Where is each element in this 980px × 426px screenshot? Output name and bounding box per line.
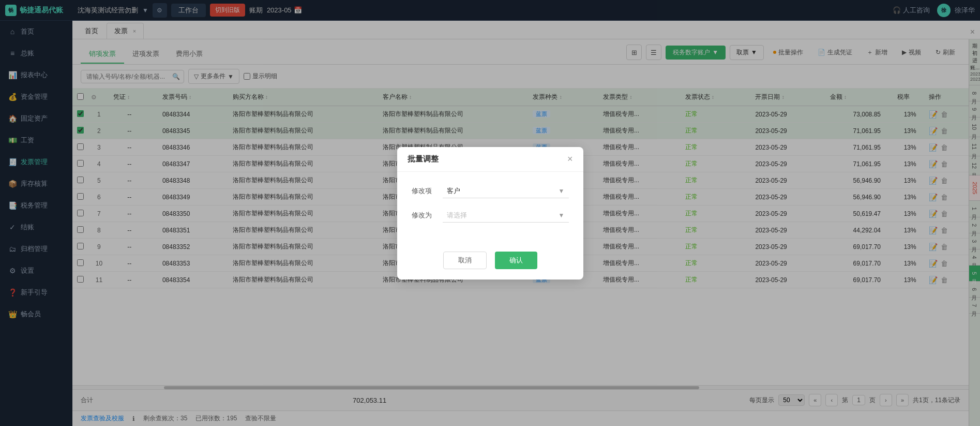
modify-item-select[interactable]: 客户 ▼ (443, 184, 569, 198)
modify-item-label: 修改项 (412, 186, 443, 196)
cancel-btn[interactable]: 取消 (443, 252, 487, 269)
modal-body: 修改项 客户 ▼ 修改为 请选择 ▼ (397, 172, 583, 245)
batch-adjust-modal: 批量调整 × 修改项 客户 ▼ 修改为 请选择 ▼ (397, 147, 583, 280)
modal-overlay[interactable]: 批量调整 × 修改项 客户 ▼ 修改为 请选择 ▼ (0, 0, 980, 426)
chevron-down-icon: ▼ (559, 187, 565, 195)
modify-item-value[interactable]: 客户 ▼ (443, 184, 569, 198)
confirm-btn[interactable]: 确认 (495, 252, 537, 269)
modify-item-row: 修改项 客户 ▼ (412, 184, 569, 198)
modify-to-select[interactable]: 请选择 ▼ (443, 209, 569, 223)
modal-title: 批量调整 (408, 154, 439, 164)
modify-to-row: 修改为 请选择 ▼ (412, 209, 569, 223)
modal-header: 批量调整 × (397, 147, 583, 172)
modify-to-label: 修改为 (412, 211, 443, 220)
modal-close-btn[interactable]: × (567, 154, 573, 164)
modify-to-value[interactable]: 请选择 ▼ (443, 209, 569, 223)
modal-footer: 取消 确认 (397, 245, 583, 280)
chevron-down-icon2: ▼ (559, 212, 565, 219)
